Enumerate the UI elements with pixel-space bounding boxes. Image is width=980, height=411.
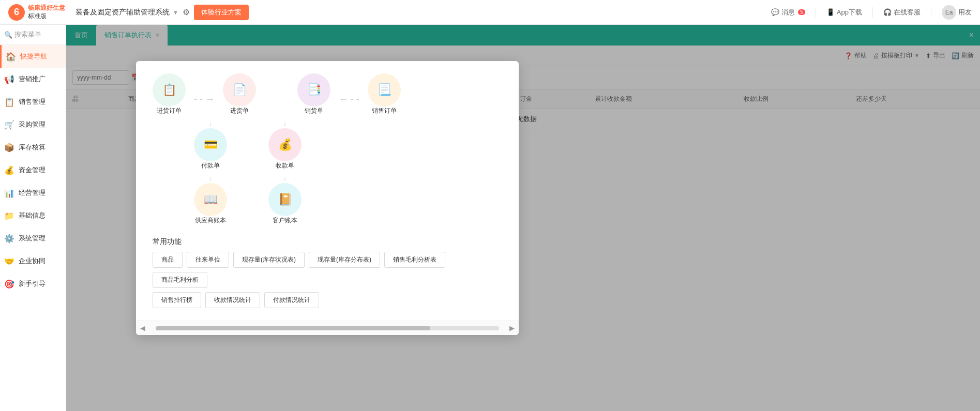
func-buttons-row2: 销售排行榜 收款情况统计 付款情况统计	[153, 292, 502, 308]
logo-icon: 6	[8, 4, 25, 21]
gear-icon[interactable]: ⚙	[183, 7, 190, 17]
sidebar-item-label: 经营管理	[19, 188, 46, 197]
logo-text: 畅康通好生意 标准版	[28, 4, 65, 20]
scrollbar-track[interactable]	[156, 326, 499, 330]
scrollbar-thumb	[156, 326, 430, 330]
sidebar-item-basic-info[interactable]: 📁 基础信息	[0, 204, 66, 227]
sidebar-item-guide[interactable]: 🎯 新手引导	[0, 272, 66, 295]
message-button[interactable]: 💬 消息 5	[771, 8, 805, 17]
app-download-button[interactable]: 📱 App下载	[826, 8, 862, 17]
top-bar-actions: 💬 消息 5 📱 App下载 🎧 在线客服 Ea 用友	[771, 5, 972, 20]
sidebar-item-label: 营销推广	[19, 74, 46, 84]
separator3	[931, 7, 931, 18]
content-area: 首页 销售订单执行表 × × ❓ 帮助 🖨 按模板打印 ▼	[66, 25, 980, 411]
sidebar-item-label: 基础信息	[19, 211, 46, 220]
arrow-left-1: ← - -	[339, 94, 359, 115]
sidebar-item-label: 新手引导	[19, 279, 46, 288]
flow-item-sales-order: 📃 销售订单	[368, 73, 401, 115]
flow-item-purchase-order: 📋 进货订单	[153, 73, 186, 115]
purchase-slip-icon: 📄	[223, 73, 256, 106]
func-btn-goods[interactable]: 商品	[153, 252, 183, 268]
purchase-order-icon: 📋	[153, 73, 186, 106]
common-functions-section: 常用功能 商品 往来单位 现存量(库存状况表) 现存量(库存分布表) 销售毛利分…	[153, 237, 502, 308]
modal-body: 📋 进货订单 - - → 📄 进货单	[136, 61, 519, 321]
func-btn-sales-margin[interactable]: 销售毛利分析表	[384, 252, 445, 268]
func-btn-payment-stats[interactable]: 付款情况统计	[264, 292, 319, 308]
flow-item-customer-book: 📔 客户账本	[268, 183, 301, 225]
func-btn-stock-status[interactable]: 现存量(库存状况表)	[233, 252, 305, 268]
arrow-right-1: - - →	[194, 94, 215, 115]
common-functions-title: 常用功能	[153, 237, 502, 247]
sidebar-item-sales[interactable]: 📋 销售管理	[0, 90, 66, 113]
flow-item-receipt: 💰 收款单	[268, 128, 301, 170]
flow-item-sales-slip: 📑 销货单	[297, 73, 330, 115]
modal-box: 📋 进货订单 - - → 📄 进货单	[136, 61, 519, 335]
top-bar: 6 畅康通好生意 标准版 装备及固定资产辅助管理系统 ▼ ⚙ 体验行业方案 💬 …	[0, 0, 980, 25]
sidebar-item-label: 企业协同	[19, 256, 46, 266]
separator2	[872, 7, 873, 18]
sidebar-item-marketing[interactable]: 📢 营销推广	[0, 68, 66, 90]
scroll-left-arrow[interactable]: ◀	[136, 324, 149, 332]
dropdown-arrow-icon[interactable]: ▼	[173, 9, 178, 16]
sidebar-item-finance[interactable]: 💰 资金管理	[0, 159, 66, 181]
home-icon: 🏠	[6, 51, 16, 62]
experience-button[interactable]: 体验行业方案	[194, 5, 249, 20]
purchase-icon: 🛒	[4, 119, 14, 130]
modal-scrollbar: ◀ ▶	[136, 321, 519, 335]
user-profile-button[interactable]: Ea 用友	[942, 5, 972, 20]
sidebar-item-label: 资金管理	[19, 165, 46, 175]
system-icon: ⚙️	[4, 233, 14, 243]
basic-info-icon: 📁	[4, 210, 14, 221]
sidebar-item-label: 销售管理	[19, 97, 46, 106]
func-btn-sales-rank[interactable]: 销售排行榜	[153, 292, 201, 308]
func-btn-receipt-stats[interactable]: 收款情况统计	[205, 292, 260, 308]
func-btn-contacts[interactable]: 往来单位	[187, 252, 229, 268]
operations-icon: 📊	[4, 188, 14, 198]
flow-diagram: 📋 进货订单 - - → 📄 进货单	[153, 73, 502, 229]
marketing-icon: 📢	[4, 74, 14, 84]
sidebar-item-inventory[interactable]: 📦 库存核算	[0, 136, 66, 159]
sidebar-item-label: 系统管理	[19, 234, 46, 243]
service-icon: 🎧	[883, 8, 892, 16]
scroll-right-arrow[interactable]: ▶	[505, 324, 519, 332]
sidebar-item-operations[interactable]: 📊 经营管理	[0, 181, 66, 204]
flow-item-purchase-slip: 📄 进货单	[223, 73, 256, 115]
search-menu-button[interactable]: 🔍 搜索菜单	[0, 25, 66, 45]
online-service-button[interactable]: 🎧 在线客服	[883, 8, 921, 17]
sidebar-item-purchase[interactable]: 🛒 采购管理	[0, 113, 66, 136]
sidebar-item-collab[interactable]: 🤝 企业协同	[0, 250, 66, 272]
modal-overlay: 📋 进货订单 - - → 📄 进货单	[66, 25, 980, 411]
func-btn-stock-dist[interactable]: 现存量(库存分布表)	[309, 252, 380, 268]
func-btn-goods-margin[interactable]: 商品毛利分析	[153, 272, 207, 288]
message-badge: 5	[798, 9, 805, 15]
sidebar-item-label: 采购管理	[19, 120, 46, 129]
customer-book-icon: 📔	[268, 183, 301, 216]
user-avatar: Ea	[942, 5, 956, 20]
arrow-down-sales: ↓	[268, 119, 301, 127]
collab-icon: 🤝	[4, 256, 14, 266]
sidebar: 🔍 搜索菜单 🏠 快捷导航 📢 营销推广 📋 销售管理 🛒 采购管理 📦	[0, 25, 66, 411]
func-buttons-row1: 商品 往来单位 现存量(库存状况表) 现存量(库存分布表) 销售毛利分析表 商品…	[153, 252, 502, 288]
main-area: 🔍 搜索菜单 🏠 快捷导航 📢 营销推广 📋 销售管理 🛒 采购管理 📦	[0, 25, 980, 411]
sales-slip-icon: 📑	[297, 73, 330, 106]
sidebar-item-quick-nav[interactable]: 🏠 快捷导航	[0, 45, 66, 68]
sidebar-item-label: 库存核算	[19, 143, 46, 152]
sales-order-icon: 📃	[368, 73, 401, 106]
guide-icon: 🎯	[4, 279, 14, 289]
message-icon: 💬	[771, 8, 779, 16]
payment-icon: 💳	[194, 128, 227, 161]
finance-icon: 💰	[4, 165, 14, 175]
receipt-icon: 💰	[268, 128, 301, 161]
download-icon: 📱	[826, 8, 835, 16]
sidebar-item-system[interactable]: ⚙️ 系统管理	[0, 227, 66, 250]
supplier-book-icon: 📖	[194, 183, 227, 216]
inventory-icon: 📦	[4, 142, 14, 153]
system-title: 装备及固定资产辅助管理系统	[76, 8, 170, 17]
arrow-down-payment: ↓	[194, 174, 227, 182]
separator	[816, 7, 816, 18]
arrow-down-purchase: ↓	[194, 119, 227, 127]
logo-area: 6 畅康通好生意 标准版	[8, 4, 65, 21]
sidebar-item-label: 快捷导航	[20, 52, 47, 61]
sales-icon: 📋	[4, 97, 14, 107]
arrow-down-receipt: ↓	[268, 174, 301, 182]
